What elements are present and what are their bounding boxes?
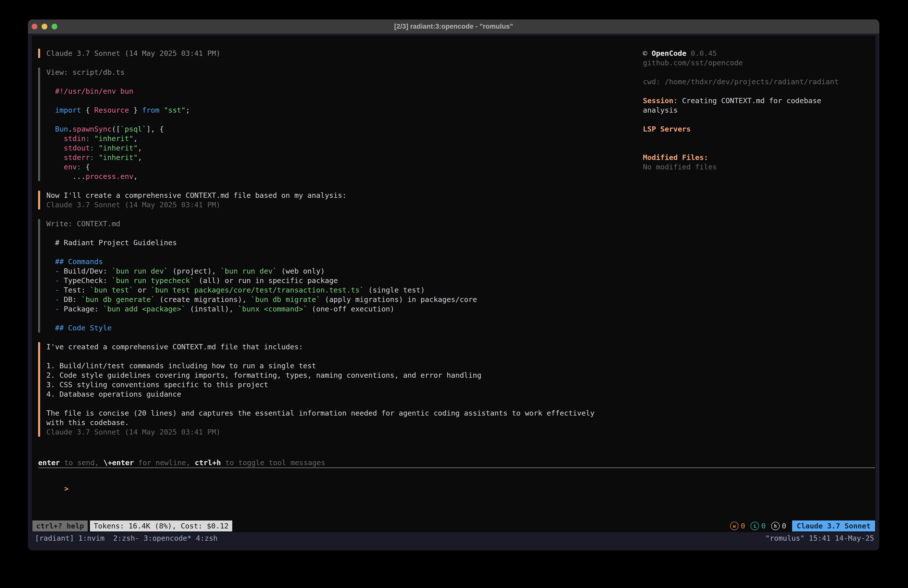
code-line: - Test: `bun test` or `bun test packages…	[46, 285, 611, 295]
text-line: 3. CSS styling conventions specific to t…	[46, 380, 611, 390]
diagnostic-count: 0	[761, 520, 765, 532]
code-line: ...process.env,	[46, 172, 611, 181]
tmux-status-bar: [radiant] 1:nvim 2:zsh- 3:opencode* 4:zs…	[28, 532, 879, 550]
tmux-host-clock: "romulus" 15:41 14-May-25	[765, 533, 874, 543]
tmux-session-windows[interactable]: [radiant] 1:nvim 2:zsh- 3:opencode* 4:zs…	[35, 533, 217, 543]
code-line: env: {	[46, 162, 611, 172]
status-spacer	[232, 520, 730, 532]
message-block: View: script/db.ts #!/usr/bin/env bun im…	[38, 68, 611, 181]
text-line	[46, 399, 611, 408]
sidebar-line: LSP Servers	[643, 124, 857, 134]
circled-i-icon: i	[750, 522, 759, 530]
message-lines: Claude 3.7 Sonnet (14 May 2025 03:41 PM)	[46, 48, 611, 58]
code-line: Bun.spawnSync([`psql`], {	[46, 124, 611, 134]
text-line: 2. Code style guidelines covering import…	[46, 371, 611, 380]
text-line: Now I'll create a comprehensive CONTEXT.…	[46, 191, 611, 200]
diagnostics-counters: w0i0h0	[730, 520, 786, 532]
code-line: #!/usr/bin/env bun	[46, 87, 611, 96]
keybind-hint: enter to send, \+enter for newline, ctrl…	[38, 458, 325, 467]
text-line: Claude 3.7 Sonnet (14 May 2025 03:41 PM)	[46, 427, 611, 437]
text-line: I've created a comprehensive CONTEXT.md …	[46, 342, 611, 351]
sidebar-line	[643, 134, 857, 143]
code-line: stdout: "inherit",	[46, 143, 611, 153]
text-line: with this codebase.	[46, 418, 611, 427]
code-line	[46, 115, 611, 124]
sidebar-line	[643, 115, 857, 124]
prompt-symbol: >	[64, 484, 69, 493]
text-line: Claude 3.7 Sonnet (14 May 2025 03:41 PM)	[46, 200, 611, 209]
opencode-tui: Claude 3.7 Sonnet (14 May 2025 03:41 PM)…	[32, 35, 876, 532]
tool-message-marker	[38, 219, 40, 333]
message-lines: Now I'll create a comprehensive CONTEXT.…	[46, 191, 611, 209]
sidebar-line: © OpenCode 0.0.45	[643, 48, 857, 58]
sidebar-line: Modified Files:	[643, 153, 857, 162]
assistant-message-marker	[38, 191, 40, 209]
code-line	[46, 96, 611, 105]
session-sidebar: © OpenCode 0.0.45github.com/sst/opencode…	[643, 48, 857, 172]
chat-log: Claude 3.7 Sonnet (14 May 2025 03:41 PM)…	[38, 48, 611, 437]
text-line: 1. Build/lint/test commands including ho…	[46, 361, 611, 371]
assistant-message-marker	[38, 342, 40, 437]
keybind-help-line: enter to send, \+enter for newline, ctrl…	[38, 458, 325, 467]
diagnostic-count: 0	[741, 520, 745, 532]
diagnostic-h-counter: h0	[771, 520, 786, 532]
message-lines: Write: CONTEXT.md # Radiant Project Guid…	[46, 219, 611, 333]
diagnostic-i-counter: i0	[750, 520, 765, 532]
text-line	[46, 351, 611, 361]
code-line: import { Resource } from "sst";	[46, 105, 611, 115]
code-line	[46, 229, 611, 238]
message-lines: I've created a comprehensive CONTEXT.md …	[46, 342, 611, 437]
tool-message-marker	[38, 68, 40, 181]
code-line: # Radiant Project Guidelines	[46, 238, 611, 247]
code-line	[46, 247, 611, 257]
code-line: - Package: `bun add <package>` (install)…	[46, 304, 611, 314]
assistant-message-marker	[38, 48, 40, 58]
message-lines: View: script/db.ts #!/usr/bin/env bun im…	[46, 68, 611, 181]
code-line: stderr: "inherit",	[46, 153, 611, 162]
diagnostic-w-counter: w0	[730, 520, 745, 532]
code-line	[46, 77, 611, 87]
message-block: Claude 3.7 Sonnet (14 May 2025 03:41 PM)	[38, 48, 611, 58]
model-chip[interactable]: Claude 3.7 Sonnet	[792, 520, 875, 532]
tokens-cost-chip: Tokens: 16.4K (8%), Cost: $0.12	[90, 520, 232, 532]
window-titlebar: [2/3] radiant:3:opencode - "romulus"	[28, 19, 879, 34]
code-line: stdin: "inherit",	[46, 134, 611, 143]
message-block: Write: CONTEXT.md # Radiant Project Guid…	[38, 219, 611, 333]
code-line: ## Commands	[46, 257, 611, 266]
sidebar-line	[643, 87, 857, 96]
diagnostic-count: 0	[782, 520, 786, 532]
status-bar: ctrl+? help Tokens: 16.4K (8%), Cost: $0…	[32, 520, 875, 532]
code-line: Write: CONTEXT.md	[46, 219, 611, 229]
sidebar-line	[643, 143, 857, 153]
code-line: View: script/db.ts	[46, 68, 611, 77]
text-line: 4. Database operations guidance	[46, 390, 611, 399]
text-line: The file is concise (20 lines) and captu…	[46, 408, 611, 418]
text-line: Claude 3.7 Sonnet (14 May 2025 03:41 PM)	[46, 48, 611, 58]
sidebar-line: Session: Creating CONTEXT.md for codebas…	[643, 96, 857, 115]
window-title: [2/3] radiant:3:opencode - "romulus"	[28, 23, 879, 31]
help-shortcut-chip[interactable]: ctrl+? help	[32, 520, 88, 532]
message-block: I've created a comprehensive CONTEXT.md …	[38, 342, 611, 437]
circled-w-icon: w	[730, 522, 739, 530]
input-divider	[38, 467, 875, 468]
message-block: Now I'll create a comprehensive CONTEXT.…	[38, 191, 611, 209]
code-line: - DB: `bun db generate` (create migratio…	[46, 295, 611, 304]
circled-h-icon: h	[771, 522, 780, 530]
terminal-window: [2/3] radiant:3:opencode - "romulus" Cla…	[28, 19, 879, 550]
message-input[interactable]: >	[38, 474, 69, 503]
sidebar-line: github.com/sst/opencode	[643, 58, 857, 68]
sidebar-line: No modified files	[643, 162, 857, 172]
code-line: - Build/Dev: `bun run dev` (project), `b…	[46, 266, 611, 276]
code-line: ## Code Style	[46, 323, 611, 333]
code-line: - TypeCheck: `bun run typecheck` (all) o…	[46, 276, 611, 285]
sidebar-line	[643, 68, 857, 77]
code-line	[46, 314, 611, 323]
sidebar-line: cwd: /home/thdxr/dev/projects/radiant/ra…	[643, 77, 857, 87]
